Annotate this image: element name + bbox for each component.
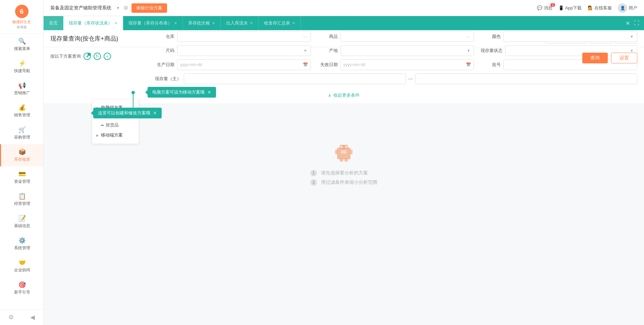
- sidebar-item-label: 新手引导: [14, 289, 30, 295]
- tab-receive-summary-close[interactable]: ✕: [292, 21, 295, 25]
- tab-stock-status[interactable]: 现存量（库存状况表） ✕: [63, 16, 123, 30]
- goods-input[interactable]: ···: [340, 31, 474, 42]
- sidebar-item-enterprise[interactable]: 🤝 企业协同: [0, 255, 43, 277]
- goods-label: 商品: [318, 34, 338, 40]
- size-input[interactable]: ▼: [177, 45, 311, 56]
- tab-stock-dist-close[interactable]: ✕: [174, 21, 177, 25]
- expire-date-calendar-icon[interactable]: 📅: [466, 62, 471, 67]
- origin-input[interactable]: ▼: [340, 45, 474, 56]
- tooltip2-close-btn[interactable]: ✕: [153, 110, 157, 116]
- color-input[interactable]: ▼: [503, 31, 637, 42]
- stock-qty-min-input[interactable]: [184, 73, 406, 84]
- message-btn[interactable]: 💬 消息 6: [537, 5, 552, 11]
- service-icon: 💁: [588, 5, 593, 10]
- filter-row3: 生产日期 yyyy-mm-dd 📅 失效日期 yyyy-mm-dd 📅: [154, 59, 637, 70]
- size-label: 尺码: [154, 48, 174, 54]
- tab-batch-account-label: 库存批次账: [188, 20, 210, 26]
- collapse-label: 收起更多条件: [333, 92, 360, 98]
- collapse-sidebar-btn[interactable]: ◀: [30, 314, 35, 321]
- tab-batch-account-close[interactable]: ✕: [212, 21, 215, 25]
- sidebar-item-quick-nav[interactable]: ⚡ 快捷导航: [0, 56, 43, 78]
- sidebar-item-label: 企业协同: [14, 267, 30, 273]
- purchase-icon: 🛒: [18, 126, 26, 133]
- tab-home[interactable]: 首页: [44, 16, 63, 30]
- sidebar-item-label: 采购管理: [14, 134, 30, 140]
- system-dropdown-icon[interactable]: ▼: [116, 6, 120, 10]
- experience-btn[interactable]: 体验行业方案: [131, 3, 167, 13]
- warehouse-dots[interactable]: ···: [303, 34, 307, 39]
- user-avatar: 👤: [618, 3, 627, 13]
- tab-stock-status-label: 现存量（库存状况表）: [69, 20, 112, 26]
- tab-receive-summary[interactable]: 收发存汇总表 ✕: [259, 16, 301, 30]
- phone-icon: 📱: [558, 5, 564, 10]
- settings-bottom-btn[interactable]: ⚙: [8, 314, 14, 321]
- sidebar-item-inventory[interactable]: 📦 库存核算: [0, 144, 43, 166]
- sidebar-item-purchase[interactable]: 🛒 采购管理: [0, 122, 43, 144]
- tab-stock-status-close[interactable]: ✕: [114, 21, 117, 25]
- sidebar-item-marketing[interactable]: 📢 营销推广: [0, 78, 43, 100]
- schema-mobile[interactable]: ▶ 移动端方案: [96, 131, 133, 140]
- schema-desktop-item2[interactable]: ━ 按货品: [101, 121, 133, 129]
- sidebar-item-guide[interactable]: 🎯 新手引导: [0, 277, 43, 299]
- header-gear-btn[interactable]: ⚙: [123, 5, 128, 11]
- tab-bar-actions: ✕ ⛶: [624, 19, 644, 28]
- tab-inout-flow[interactable]: 出入库流水 ✕: [221, 16, 259, 30]
- tab-batch-account[interactable]: 库存批次账 ✕: [183, 16, 221, 30]
- sidebar-item-basic[interactable]: 📝 基础信息: [0, 211, 43, 233]
- empty-illustration: [330, 138, 357, 164]
- marketing-icon: 📢: [18, 82, 26, 89]
- tab-fullscreen-btn[interactable]: ⛶: [633, 19, 641, 28]
- service-btn[interactable]: 💁 在线客服: [588, 5, 612, 11]
- filter-field-prod-date: 生产日期 yyyy-mm-dd 📅: [154, 59, 311, 70]
- user-btn[interactable]: 👤 用户: [618, 3, 637, 13]
- origin-label: 产地: [318, 48, 338, 54]
- range-separator: —: [408, 76, 413, 82]
- expire-date-label: 失效日期: [318, 62, 338, 68]
- filter-field-color: 颜色 ▼: [481, 31, 637, 42]
- filter-field-goods: 商品 ···: [318, 31, 474, 42]
- inventory-icon: 📦: [18, 148, 26, 156]
- sidebar-item-label: 快捷导航: [14, 68, 30, 74]
- collapse-filter-btn[interactable]: ∧ 收起更多条件: [50, 89, 637, 98]
- goods-dots[interactable]: ···: [467, 34, 471, 39]
- query-btn[interactable]: 查询: [582, 53, 608, 63]
- prod-date-label: 生产日期: [154, 62, 174, 68]
- size-dropdown-icon: ▼: [304, 49, 307, 53]
- filter-add-btn[interactable]: +: [84, 53, 91, 60]
- filter-field-size: 尺码 ▼: [154, 45, 311, 56]
- tab-inout-flow-label: 出入库流水: [226, 20, 248, 26]
- enterprise-icon: 🤝: [18, 259, 26, 266]
- sidebar-bottom: ⚙ ◀: [0, 309, 43, 325]
- expire-date-input[interactable]: yyyy-mm-dd 📅: [340, 59, 474, 70]
- sidebar-item-sales[interactable]: 💰 销售管理: [0, 100, 43, 122]
- sidebar-item-search[interactable]: 🔍 搜索菜单: [0, 34, 43, 56]
- warehouse-input[interactable]: ···: [177, 31, 311, 42]
- tab-stock-dist[interactable]: 现存量（库存分布表） ✕: [123, 16, 183, 30]
- prod-date-calendar-icon[interactable]: 📅: [303, 62, 308, 67]
- schema-dropdown: ▶ 电脑端方案 ━ 按货品 ━ 按货品 ▶: [92, 99, 139, 144]
- tab-receive-summary-label: 收发存汇总表: [264, 20, 290, 26]
- system-name: 装备及固定资产辅助管理系统: [50, 5, 111, 11]
- filter-cycle-btn[interactable]: ↻: [94, 53, 101, 60]
- tooltip1-close-btn[interactable]: ✕: [207, 90, 211, 95]
- filter-field-warehouse: 仓库 ···: [154, 31, 311, 42]
- tab-close-all-btn[interactable]: ✕: [624, 19, 631, 28]
- sidebar-item-system[interactable]: ⚙️ 系统管理: [0, 233, 43, 255]
- filter-arrow-btn[interactable]: «: [104, 53, 111, 60]
- prod-date-input[interactable]: yyyy-mm-dd 📅: [177, 59, 311, 70]
- service-label: 在线客服: [594, 5, 612, 11]
- set-btn[interactable]: 设置: [611, 53, 637, 63]
- tooltip2-text: 这里可以创建和修改方案哦: [98, 110, 150, 116]
- sales-icon: 💰: [18, 104, 26, 111]
- sidebar-item-finance[interactable]: 💳 资金管理: [0, 166, 43, 188]
- app-download-btn[interactable]: 📱 App下载: [558, 5, 582, 11]
- filter-row2: 尺码 ▼ 产地 ▼ 现存量状态: [154, 45, 637, 56]
- stock-qty-max-input[interactable]: [415, 73, 637, 84]
- quick-nav-icon: ⚡: [18, 60, 26, 67]
- sidebar-item-operations[interactable]: 📋 经营管理: [0, 188, 43, 211]
- tab-inout-flow-close[interactable]: ✕: [250, 21, 253, 25]
- batch-no-label: 批号: [481, 62, 501, 68]
- logo-text: 畅通好生意 标准版: [12, 19, 31, 30]
- finance-icon: 💳: [18, 170, 26, 178]
- prod-date-placeholder: yyyy-mm-dd: [180, 62, 202, 67]
